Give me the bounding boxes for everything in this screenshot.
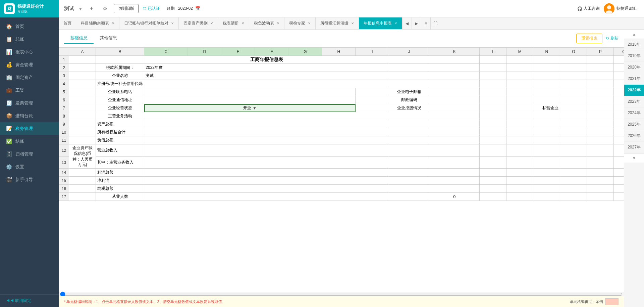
cell-17-J[interactable] — [389, 193, 429, 201]
cell-16-J[interactable] — [389, 185, 429, 193]
tab-other-info[interactable]: 其他信息 — [94, 33, 123, 44]
cell-3-B[interactable]: 企业名称 — [96, 72, 144, 80]
cell-16-N[interactable] — [533, 185, 560, 193]
cell-17-K[interactable]: 0 — [429, 193, 480, 201]
cell-17-N[interactable] — [533, 193, 560, 201]
cell-13-K[interactable] — [429, 157, 480, 169]
cell-9-A[interactable] — [69, 120, 96, 128]
cell-13-C[interactable] — [144, 157, 389, 169]
cell-17-P[interactable] — [587, 193, 614, 201]
cell-5-I[interactable] — [356, 88, 389, 96]
cell-15-B[interactable]: 净利润 — [96, 177, 144, 185]
sidebar-item-salary[interactable]: 💼 工资 — [0, 84, 59, 97]
tab-taxfluc-close[interactable]: ✕ — [277, 21, 279, 25]
tabs-next-button[interactable]: ▶ — [412, 17, 421, 30]
cell-7-I[interactable] — [356, 104, 389, 112]
cell-14-Q[interactable] — [614, 169, 624, 177]
cell-12-O[interactable] — [560, 144, 587, 157]
cell-11-P[interactable] — [587, 136, 614, 144]
cell-8-M[interactable] — [506, 112, 533, 120]
tab-taxfluc[interactable]: 税负波动表 ✕ — [249, 17, 284, 30]
cell-9-L[interactable] — [480, 120, 506, 128]
cell-13-Q[interactable] — [614, 157, 624, 169]
tab-journal-close[interactable]: ✕ — [171, 21, 174, 25]
cell-3-O[interactable] — [560, 72, 587, 80]
year-scroll-down-button[interactable]: ▼ — [624, 153, 644, 163]
cell-2-C[interactable]: 2022年度 — [144, 64, 389, 72]
cell-6-L[interactable] — [480, 96, 506, 104]
cell-12-L[interactable] — [480, 144, 506, 157]
cell-6-N[interactable] — [533, 96, 560, 104]
cell-1-J[interactable] — [389, 56, 429, 64]
sidebar-item-assets[interactable]: 🏢 固定资产 — [0, 71, 59, 84]
cell-12-A-merged[interactable]: 企业资产状况信息(币种：人民币万元) — [69, 144, 96, 169]
sidebar-item-home[interactable]: 🏠 首页 — [0, 20, 59, 33]
cell-15-C[interactable] — [144, 177, 389, 185]
cell-13-M[interactable] — [506, 157, 533, 169]
cell-11-A[interactable] — [69, 136, 96, 144]
cell-7-J[interactable]: 企业控股情况 — [389, 104, 429, 112]
cell-8-K[interactable] — [429, 112, 480, 120]
cell-7-A[interactable] — [69, 104, 96, 112]
cell-12-M[interactable] — [506, 144, 533, 157]
tab-income-close[interactable]: ✕ — [351, 21, 354, 25]
cell-5-L[interactable] — [480, 88, 506, 96]
cell-1-L[interactable] — [480, 56, 506, 64]
cell-8-A[interactable] — [69, 112, 96, 120]
cell-3-A[interactable] — [69, 72, 96, 80]
cell-1-M[interactable] — [506, 56, 533, 64]
cell-3-C[interactable]: 测试 — [144, 72, 389, 80]
cell-1-A[interactable] — [69, 56, 96, 64]
cell-9-P[interactable] — [587, 120, 614, 128]
sidebar-item-tax[interactable]: 📝 税务管理 — [0, 122, 59, 135]
cell-1-N[interactable] — [533, 56, 560, 64]
sidebar-item-guide[interactable]: 🎬 新手引导 — [0, 173, 59, 186]
cell-15-P[interactable] — [587, 177, 614, 185]
cell-12-K[interactable] — [429, 144, 480, 157]
cell-4-B[interactable]: 注册号/统一社会信用代码 — [96, 80, 144, 88]
sidebar-item-inventory[interactable]: 📦 进销台账 — [0, 109, 59, 122]
cell-6-A[interactable] — [69, 96, 96, 104]
cell-16-K[interactable] — [429, 185, 480, 193]
cell-2-N[interactable] — [533, 64, 560, 72]
cell-14-C[interactable] — [144, 169, 389, 177]
cell-5-Q[interactable] — [614, 88, 624, 96]
year-item-2024[interactable]: 2024年 — [624, 107, 644, 119]
cell-8-O[interactable] — [560, 112, 587, 120]
cell-14-B[interactable]: 利润总额 — [96, 169, 144, 177]
cell-1-B[interactable] — [96, 56, 144, 64]
tab-income[interactable]: 所得税汇算清缴 ✕ — [316, 17, 359, 30]
cell-9-Q[interactable] — [614, 120, 624, 128]
cell-12-B[interactable]: 营业总收入 — [96, 144, 144, 157]
cell-4-M[interactable] — [506, 80, 533, 88]
tab-journal[interactable]: 日记账与银行对账单核对 ✕ — [119, 17, 179, 30]
cell-16-P[interactable] — [587, 185, 614, 193]
cell-11-M[interactable] — [506, 136, 533, 144]
tab-aux-close[interactable]: ✕ — [112, 21, 114, 25]
cell-10-O[interactable] — [560, 128, 587, 136]
cell-15-N[interactable] — [533, 177, 560, 185]
tabs-prev-button[interactable]: ◀ — [402, 17, 412, 30]
cell-7-K[interactable] — [429, 104, 480, 112]
cell-6-B[interactable]: 企业通信地址 — [96, 96, 144, 104]
cell-4-J[interactable] — [389, 80, 429, 88]
cell-16-C[interactable] — [144, 185, 389, 193]
cell-6-J[interactable]: 邮政编码 — [389, 96, 429, 104]
tab-taxform-close[interactable]: ✕ — [241, 21, 244, 25]
cell-13-B[interactable]: 其中：主营业务收入 — [96, 157, 144, 169]
sidebar-item-settings[interactable]: ⚙️ 设置 — [0, 161, 59, 173]
tab-taxform[interactable]: 税表清册 ✕ — [218, 17, 249, 30]
cell-2-O[interactable] — [560, 64, 587, 72]
cell-6-I[interactable] — [356, 96, 389, 104]
cell-15-J[interactable] — [389, 177, 429, 185]
tab-assets-close[interactable]: ✕ — [210, 21, 213, 25]
cell-1-title[interactable]: 工商年报信息表 — [144, 56, 389, 64]
sidebar-item-invoice[interactable]: 🧾 发票管理 — [0, 97, 59, 109]
cell-5-K[interactable] — [429, 88, 480, 96]
support-button[interactable]: 🎧 人工咨询 — [577, 6, 600, 11]
horizontal-scrollbar[interactable] — [59, 292, 624, 296]
year-item-2026[interactable]: 2026年 — [624, 130, 644, 142]
cell-2-A[interactable] — [69, 64, 96, 72]
cell-7-C-dropdown[interactable]: 开业 ▼ — [144, 104, 356, 112]
tab-annual-close[interactable]: ✕ — [394, 21, 397, 25]
